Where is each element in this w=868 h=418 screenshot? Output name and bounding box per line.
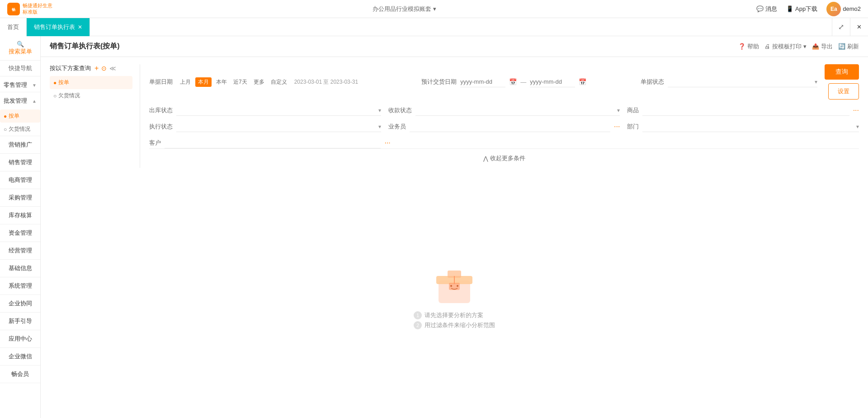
message-btn[interactable]: 💬 消息 xyxy=(756,5,777,13)
sidebar-item-appstore[interactable]: 应用中心 xyxy=(0,330,40,348)
doc-status-label: 单据状态 xyxy=(641,78,664,86)
tab-home[interactable]: 首页 xyxy=(0,18,27,36)
tab-bar: 首页 销售订单执行表 ✕ ⤢ ✕ xyxy=(0,18,868,36)
sidebar-item-guide[interactable]: 新手引导 xyxy=(0,313,40,330)
empty-text: 1 请先选择要分析的方案 2 用过滤条件来缩小分析范围 xyxy=(414,311,495,331)
sidebar-item-wechat[interactable]: 企业微信 xyxy=(0,348,40,366)
doc-status-select[interactable]: ▾ xyxy=(668,77,817,87)
filter-exec-item: 执行状态 ▾ xyxy=(149,122,381,132)
goods-input[interactable] xyxy=(642,105,849,116)
user-area[interactable]: Ea demo2 xyxy=(826,2,861,16)
sidebar-item-sales[interactable]: 销售管理 xyxy=(0,154,40,171)
goods-label: 商品 xyxy=(627,106,639,114)
edit-scheme-btn[interactable]: ⊙ xyxy=(101,65,107,72)
add-scheme-btn[interactable]: + xyxy=(94,64,99,72)
expected-date-group: 📅 — 📅 xyxy=(460,76,586,87)
app-download-btn[interactable]: 📱 App下载 xyxy=(786,5,817,13)
date-custom-btn[interactable]: 自定义 xyxy=(269,77,289,87)
date-label: 单据日期 xyxy=(149,78,173,86)
date-this-month-btn[interactable]: 本月 xyxy=(195,77,212,87)
sidebar-item-system[interactable]: 系统管理 xyxy=(0,277,40,295)
sidebar-item-inventory[interactable]: 库存核算 xyxy=(0,207,40,224)
tab-collapse-btn[interactable]: ✕ xyxy=(850,18,868,36)
setting-btn[interactable]: 设置 xyxy=(828,83,859,100)
scheme-item-欠货情况[interactable]: ○ 欠货情况 xyxy=(50,89,132,102)
sidebar-search[interactable]: 🔍 搜索菜单 xyxy=(0,36,40,61)
filter-row-2: 出库状态 ▾ 收款状态 ▾ xyxy=(149,105,859,116)
sidebar-item-corp[interactable]: 企业协同 xyxy=(0,295,40,313)
top-bar-center[interactable]: 办公用品行业模拟账套 ▾ xyxy=(373,5,436,13)
date-from-calendar-icon[interactable]: 📅 xyxy=(509,78,517,86)
sidebar-item-按单[interactable]: ● 按单 xyxy=(0,109,40,123)
inactive-dot-icon: ○ xyxy=(4,126,7,133)
filter-salesman-item: 业务员 ··· xyxy=(388,121,620,132)
scheme-dot-icon: ● xyxy=(53,80,57,86)
tab-expand-btn[interactable]: ⤢ xyxy=(832,18,850,36)
expected-date-from-input[interactable] xyxy=(460,76,505,87)
customer-dots-icon[interactable]: ··· xyxy=(384,139,390,147)
date-this-year-btn[interactable]: 本年 xyxy=(214,77,229,87)
date-last-month-btn[interactable]: 上月 xyxy=(178,77,193,87)
exec-label: 执行状态 xyxy=(149,123,173,131)
expected-date-label: 预计交货日期 xyxy=(421,78,457,86)
dept-select[interactable]: ▾ xyxy=(642,122,859,132)
refresh-btn[interactable]: 🔄 刷新 xyxy=(838,43,859,51)
empty-step-1: 1 请先选择要分析的方案 xyxy=(414,311,495,319)
tab-close-icon[interactable]: ✕ xyxy=(78,24,82,30)
salesman-input[interactable] xyxy=(410,121,610,132)
page-actions: ❓ 帮助 🖨 按模板打印 ▾ 📤 导出 🔄 刷新 xyxy=(738,43,859,51)
goods-dots-icon[interactable]: ··· xyxy=(853,106,859,114)
collapse-btn[interactable]: ⋀ 收起更多条件 xyxy=(483,154,525,162)
sidebar-item-purchase[interactable]: 采购管理 xyxy=(0,189,40,207)
filter-row-3: 执行状态 ▾ 业务员 ··· xyxy=(149,121,859,132)
wholesale-arrow-icon: ▲ xyxy=(32,99,37,104)
avatar: Ea xyxy=(826,2,841,16)
query-btn[interactable]: 查询 xyxy=(825,64,859,80)
sidebar-retail-title[interactable]: 零售管理 ▼ xyxy=(0,76,40,92)
sidebar-item-欠货情况[interactable]: ○ 欠货情况 xyxy=(0,123,40,136)
scheme-item-按单[interactable]: ● 按单 xyxy=(50,76,132,89)
export-btn[interactable]: 📤 导出 xyxy=(812,43,833,51)
filter-row-1: 单据日期 上月 本月 本年 近7天 更多 自定义 2023-03-01 至 20… xyxy=(149,64,859,100)
empty-step-2: 2 用过滤条件来缩小分析范围 xyxy=(414,321,495,329)
sidebar-item-ecommerce[interactable]: 电商管理 xyxy=(0,171,40,189)
customer-label: 客户 xyxy=(149,139,161,147)
doc-status-chevron-icon: ▾ xyxy=(815,79,817,85)
expected-date-to-input[interactable] xyxy=(530,76,575,87)
date-more-btn[interactable]: 更多 xyxy=(252,77,266,87)
export-icon: 📤 xyxy=(812,43,819,50)
tab-sales-order[interactable]: 销售订单执行表 ✕ xyxy=(27,18,90,36)
svg-text:畅: 畅 xyxy=(12,8,15,12)
date-7days-btn[interactable]: 近7天 xyxy=(231,77,249,87)
help-icon: ❓ xyxy=(738,43,745,50)
salesman-dots-icon[interactable]: ··· xyxy=(614,123,620,131)
filter-dept-item: 部门 ▾ xyxy=(627,122,859,132)
sidebar-item-business[interactable]: 经营管理 xyxy=(0,242,40,260)
step-1-num: 1 xyxy=(414,311,422,319)
date-range-display: 2023-03-01 至 2023-03-31 xyxy=(294,78,358,86)
scheme-title: 按以下方案查询 + ⊙ ≪ xyxy=(50,64,132,72)
help-btn[interactable]: ❓ 帮助 xyxy=(738,43,759,51)
payment-label: 收款状态 xyxy=(388,106,412,114)
scheme-sub-items: ● 按单 ○ 欠货情况 xyxy=(50,76,132,102)
payment-select[interactable]: ▾ xyxy=(415,105,620,116)
sidebar-wholesale-title[interactable]: 批发管理 ▲ xyxy=(0,92,40,108)
sidebar-quick-nav[interactable]: 快捷导航 xyxy=(0,61,40,76)
filter-rows: 单据日期 上月 本月 本年 近7天 更多 自定义 2023-03-01 至 20… xyxy=(149,64,859,148)
sidebar-item-basic[interactable]: 基础信息 xyxy=(0,260,40,277)
collapse-icon: ✕ xyxy=(857,24,862,30)
date-to-calendar-icon[interactable]: 📅 xyxy=(579,78,586,86)
filter-area: 按以下方案查询 + ⊙ ≪ ● 按单 ○ xyxy=(41,57,868,175)
exec-select[interactable]: ▾ xyxy=(176,122,381,132)
delivery-select[interactable]: ▾ xyxy=(176,105,381,116)
sidebar-item-marketing[interactable]: 营销推广 xyxy=(0,136,40,154)
logo-area: 畅 畅捷通好生意 标准版 xyxy=(7,3,52,15)
sidebar-item-finance[interactable]: 资金管理 xyxy=(0,224,40,242)
collapse-scheme-btn[interactable]: ≪ xyxy=(109,65,116,72)
center-chevron-icon: ▾ xyxy=(433,5,436,12)
logo-icon: 畅 xyxy=(7,3,20,15)
customer-input[interactable] xyxy=(165,138,381,148)
print-btn[interactable]: 🖨 按模板打印 ▾ xyxy=(764,43,807,51)
expand-icon: ⤢ xyxy=(838,23,844,31)
sidebar-item-member[interactable]: 畅会员 xyxy=(0,366,40,383)
